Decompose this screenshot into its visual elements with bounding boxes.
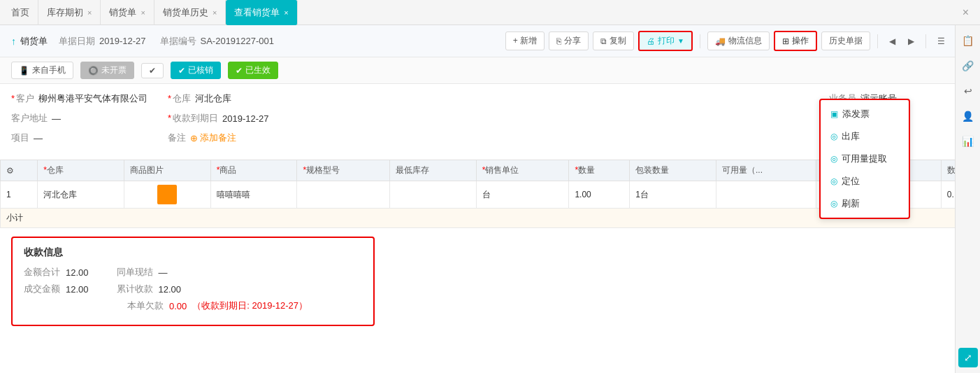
- toolbar-right: + 新增 ⎘ 分享 ⧉ 复制 🖨 打印 ▼ 🚚 物流信息: [505, 31, 969, 51]
- tab-home[interactable]: 首页: [6, 0, 38, 25]
- cell-seq: 1: [1, 181, 38, 209]
- tab-inventory-label: 库存期初: [47, 6, 83, 19]
- amount-total-item: 金额合计 12.00: [24, 266, 89, 279]
- main-area: ↑ 销货单 单据日期 2019-12-27 单据编号 SA-20191227-0…: [0, 25, 980, 373]
- locate-item[interactable]: ◎ 定位: [821, 170, 909, 192]
- address-label: 客户地址: [11, 112, 48, 125]
- locate-label: 定位: [842, 175, 860, 188]
- sidebar-doc-icon[interactable]: 📋: [958, 31, 978, 50]
- tab-history-label: 销货单历史: [163, 6, 208, 19]
- th-available: 可用量（...: [716, 160, 816, 181]
- amount-total-label: 金额合计: [24, 266, 60, 279]
- copy-icon: ⧉: [600, 36, 607, 46]
- cell-min-stock: [390, 181, 477, 209]
- copy-button[interactable]: ⧉ 复制: [593, 31, 634, 50]
- current-owe-value: 0.00: [169, 301, 187, 311]
- th-min-stock: 最低库存: [390, 160, 477, 181]
- tab-sales-close[interactable]: ×: [140, 8, 145, 17]
- add-button[interactable]: + 新增: [505, 31, 545, 50]
- history-button[interactable]: 历史单据: [821, 31, 870, 50]
- cell-warehouse: 河北仓库: [38, 181, 124, 209]
- tab-view-sales-close[interactable]: ×: [284, 8, 288, 17]
- plus-icon: ⊕: [190, 133, 198, 143]
- next-doc-button[interactable]: ▶: [904, 34, 918, 49]
- avail-icon: ◎: [830, 154, 837, 164]
- sidebar-back-icon[interactable]: ↩: [958, 81, 978, 101]
- print-dropdown-icon: ▼: [677, 37, 684, 45]
- ticket-icon: 🔘: [88, 66, 99, 76]
- add-invoice-item[interactable]: ▣ 添发票: [821, 103, 909, 125]
- share-button[interactable]: ⎘ 分享: [549, 31, 589, 50]
- warehouse-value: 河北仓库: [195, 92, 231, 105]
- product-image: [157, 185, 177, 204]
- refresh-item[interactable]: ◎ 刷新: [821, 192, 909, 215]
- add-note-btn[interactable]: ⊕ 添加备注: [190, 132, 236, 144]
- th-settings[interactable]: ⚙: [1, 160, 38, 181]
- doc-date-label: 单据日期: [59, 35, 95, 48]
- doc-icon: ↑: [11, 36, 16, 47]
- doc-header: ↑ 销货单 单据日期 2019-12-27 单据编号 SA-20191227-0…: [0, 25, 980, 57]
- print-button[interactable]: 🖨 打印 ▼: [638, 31, 693, 51]
- doc-no-label: 单据编号: [160, 35, 196, 48]
- settings-icon: ⚙: [6, 166, 14, 176]
- tab-history-close[interactable]: ×: [212, 8, 217, 17]
- refresh-label: 刷新: [842, 197, 860, 210]
- locate-icon: ◎: [830, 176, 837, 186]
- view-list-btn[interactable]: ☰: [933, 34, 949, 49]
- project-label: 项目: [11, 132, 29, 144]
- cell-unit: 台: [476, 181, 569, 209]
- customer-field: *客户 柳州粤港平安气体有限公司: [11, 92, 151, 105]
- payment-row-1: 金额合计 12.00 同单现结 —: [24, 266, 362, 279]
- doc-title: ↑ 销货单: [11, 35, 48, 48]
- tab-sales-history[interactable]: 销货单历史 ×: [154, 0, 226, 25]
- cell-spec: [297, 181, 390, 209]
- sidebar-link-icon[interactable]: 🔗: [958, 56, 978, 76]
- available-qty-item[interactable]: ◎ 可用量提取: [821, 148, 909, 170]
- payment-row-2: 成交金额 12.00 累计收款 12.00: [24, 283, 362, 295]
- operation-icon: ⊞: [782, 36, 789, 46]
- due-date-note: （收款到期日: 2019-12-27）: [192, 300, 308, 312]
- sidebar-chart-icon[interactable]: 📊: [958, 132, 978, 151]
- cell-pack-qty: 1台: [630, 181, 716, 209]
- tab-inventory-close[interactable]: ×: [87, 8, 92, 17]
- th-product: *商品: [210, 160, 297, 181]
- print-icon: 🖨: [647, 36, 655, 46]
- tab-view-sales[interactable]: 查看销货单 ×: [226, 0, 297, 25]
- effective-badge: ✔ 已生效: [228, 62, 278, 79]
- th-spec: *规格型号: [297, 160, 390, 181]
- logistics-button[interactable]: 🚚 物流信息: [707, 31, 770, 50]
- payment-row-3: 本单欠款 0.00 （收款到期日: 2019-12-27）: [24, 300, 362, 312]
- prev-doc-button[interactable]: ◀: [885, 34, 900, 49]
- tab-bar-close-btn[interactable]: ×: [957, 6, 974, 19]
- cell-qty: 1.00: [569, 181, 630, 209]
- warehouse-field: *仓库 河北仓库: [168, 92, 308, 105]
- transaction-value: 12.00: [66, 284, 89, 295]
- operation-dropdown: ▣ 添发票 ◎ 出库 ◎ 可用量提取 ◎ 定位 ◎ 刷新: [819, 99, 910, 219]
- logistics-icon: 🚚: [715, 36, 726, 46]
- effective-icon: ✔: [236, 66, 243, 76]
- tab-inventory-init[interactable]: 库存期初 ×: [38, 0, 101, 25]
- same-order-item: 同单现结 —: [117, 266, 168, 279]
- th-unit: *销售单位: [476, 160, 569, 181]
- customer-value: 柳州粤港平安气体有限公司: [38, 92, 147, 105]
- amount-total-value: 12.00: [66, 267, 89, 278]
- from-phone-btn[interactable]: 📱 来自手机: [11, 62, 73, 79]
- add-invoice-label: 添发票: [842, 108, 870, 120]
- ship-out-item[interactable]: ◎ 出库: [821, 125, 909, 148]
- sidebar-user-icon[interactable]: 👤: [958, 106, 978, 126]
- same-order-label: 同单现结: [117, 266, 153, 279]
- confirm-icon: ✔: [149, 66, 156, 76]
- due-date-field: *收款到期日 2019-12-27: [168, 112, 308, 125]
- payment-title: 收款信息: [24, 246, 362, 259]
- operation-button[interactable]: ⊞ 操作: [774, 31, 817, 51]
- toolbar-sep2: [877, 34, 878, 48]
- confirm-btn[interactable]: ✔: [141, 63, 164, 78]
- warehouse-label: 仓库: [173, 93, 191, 104]
- payment-info: 收款信息 金额合计 12.00 同单现结 — 成交金额 12.00 累计收款: [11, 237, 375, 326]
- doc-title-text: 销货单: [20, 35, 48, 48]
- not-opened-btn[interactable]: 🔘 未开票: [80, 62, 134, 79]
- same-order-value: —: [159, 267, 168, 278]
- tab-sales-label: 销货单: [109, 6, 136, 19]
- sidebar-expand-icon[interactable]: ⤢: [958, 348, 978, 367]
- tab-sales-order[interactable]: 销货单 ×: [101, 0, 154, 25]
